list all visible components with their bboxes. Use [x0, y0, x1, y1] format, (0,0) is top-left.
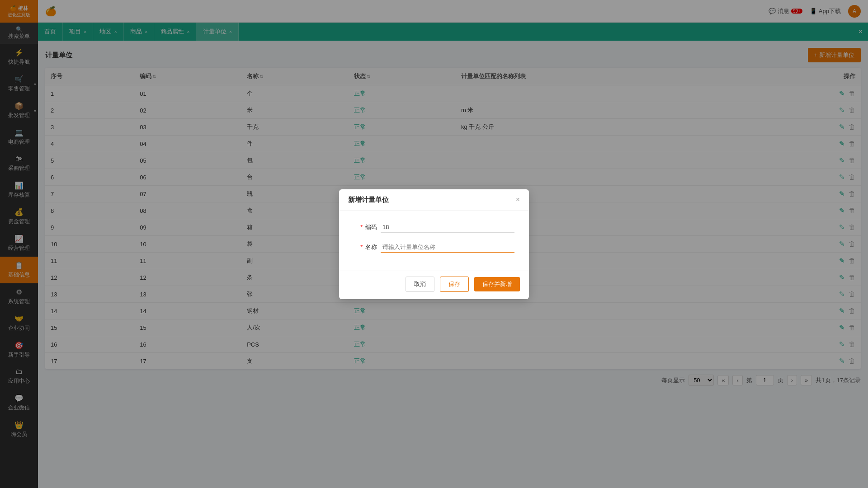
modal-footer: 取消 保存 保存并新增: [339, 271, 529, 299]
code-label: * 编码: [354, 223, 381, 231]
required-marker: *: [360, 224, 363, 230]
add-unit-modal: 新增计量单位 × * 编码 * 名称 取消 保存 保存并新增: [339, 189, 529, 299]
save-and-new-button[interactable]: 保存并新增: [474, 277, 520, 291]
modal-header: 新增计量单位 ×: [339, 189, 529, 211]
modal-overlay: 新增计量单位 × * 编码 * 名称 取消 保存 保存并新增: [0, 0, 868, 488]
cancel-button[interactable]: 取消: [406, 277, 434, 292]
name-input[interactable]: [381, 242, 514, 253]
code-input[interactable]: [381, 222, 514, 233]
form-row-name: * 名称: [354, 242, 514, 253]
save-button[interactable]: 保存: [440, 277, 469, 292]
name-label: * 名称: [354, 243, 381, 251]
modal-title: 新增计量单位: [348, 196, 389, 204]
modal-body: * 编码 * 名称: [339, 211, 529, 271]
modal-close-button[interactable]: ×: [516, 196, 520, 204]
required-marker: *: [360, 244, 363, 250]
form-row-code: * 编码: [354, 222, 514, 233]
